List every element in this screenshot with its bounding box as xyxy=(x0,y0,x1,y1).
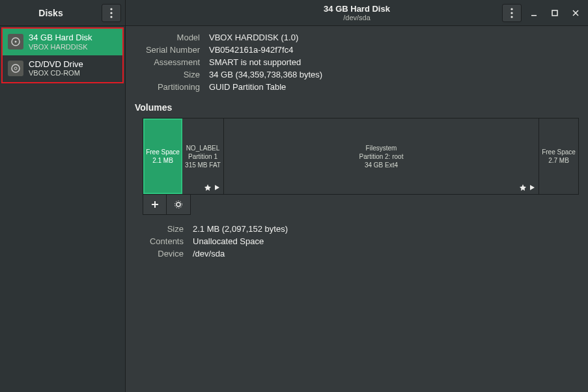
row-partitioning: Partitioning GUID Partition Table xyxy=(135,82,579,92)
close-button[interactable] xyxy=(567,5,584,21)
disk-name: CD/DVD Drive xyxy=(29,59,83,70)
value-size: 34 GB (34,359,738,368 bytes) xyxy=(209,70,322,79)
svg-point-21 xyxy=(175,201,182,208)
volume-label-line: 2.7 MB xyxy=(548,156,569,165)
volume-segment[interactable]: NO_LABELPartition 1315 MB FAT xyxy=(182,119,224,194)
volume-label-line: 315 MB FAT xyxy=(185,161,221,169)
content: Model VBOX HARDDISK (1.0) Serial Number … xyxy=(126,26,588,392)
sidebar-header: Disks xyxy=(0,0,125,26)
svg-marker-17 xyxy=(530,185,535,190)
svg-marker-15 xyxy=(215,185,219,190)
volume-label-line: Free Space xyxy=(542,148,576,156)
label-model: Model xyxy=(135,33,200,42)
disk-sub: VBOX HARDDISK xyxy=(29,43,92,51)
volume-status-icons xyxy=(519,184,536,191)
minimize-button[interactable] xyxy=(525,5,542,21)
volume-segment[interactable]: FilesystemPartition 2: root34 GB Ext4 xyxy=(224,119,539,194)
value-sel-contents: Unallocated Space xyxy=(193,236,264,246)
svg-point-7 xyxy=(511,8,512,10)
svg-rect-11 xyxy=(552,10,557,16)
disk-item-harddisk[interactable]: 34 GB Hard Disk VBOX HARDDISK xyxy=(3,29,122,55)
value-sel-device: /dev/sda xyxy=(193,249,225,259)
value-model: VBOX HARDDISK (1.0) xyxy=(209,33,298,42)
row-size: Size 34 GB (34,359,738,368 bytes) xyxy=(135,70,579,79)
svg-point-5 xyxy=(12,64,20,72)
minimize-icon xyxy=(530,9,538,17)
volume-status-icons xyxy=(204,184,221,191)
app-window: Disks 34 GB Hard Disk VBOX HARDDISK xyxy=(0,0,588,392)
main-panel: 34 GB Hard Disk /dev/sda Mode xyxy=(126,0,588,392)
gear-icon xyxy=(174,200,183,209)
svg-point-2 xyxy=(110,16,112,18)
cd-icon xyxy=(8,61,23,76)
sidebar: Disks 34 GB Hard Disk VBOX HARDDISK xyxy=(0,0,126,392)
close-icon xyxy=(572,9,580,17)
maximize-icon xyxy=(551,9,559,17)
volume-label-line: Partition 1 xyxy=(188,152,217,161)
svg-marker-16 xyxy=(520,184,526,191)
volume-segment[interactable]: Free Space2.7 MB xyxy=(539,119,578,194)
label-sel-device: Device xyxy=(135,249,184,259)
label-assessment: Assessment xyxy=(135,57,200,67)
label-size: Size xyxy=(135,70,200,79)
value-serial: VB0542161a-942f7fc4 xyxy=(209,45,293,55)
label-sel-size: Size xyxy=(135,224,184,234)
svg-marker-14 xyxy=(204,184,211,191)
drive-menu-button[interactable] xyxy=(502,4,522,22)
plus-icon xyxy=(150,200,160,209)
svg-point-20 xyxy=(176,203,180,206)
label-serial: Serial Number xyxy=(135,45,200,55)
volume-segment[interactable]: Free Space2.1 MB xyxy=(143,119,182,194)
volume-label-line: 34 GB Ext4 xyxy=(365,161,398,169)
volume-label-line: 2.1 MB xyxy=(152,156,173,165)
row-sel-device: Device /dev/sda xyxy=(135,249,579,259)
svg-point-9 xyxy=(511,16,512,18)
svg-point-4 xyxy=(15,41,17,43)
sidebar-title: Disks xyxy=(0,8,102,18)
value-assessment: SMART is not supported xyxy=(209,57,301,67)
create-partition-button[interactable] xyxy=(143,195,167,214)
row-sel-contents: Contents Unallocated Space xyxy=(135,236,579,246)
svg-rect-10 xyxy=(531,15,537,16)
label-partitioning: Partitioning xyxy=(135,82,200,92)
svg-point-6 xyxy=(14,67,17,70)
play-icon xyxy=(213,184,221,191)
harddisk-icon xyxy=(8,34,23,49)
disk-list: 34 GB Hard Disk VBOX HARDDISK CD/DVD Dri… xyxy=(1,27,124,83)
disk-item-cddvd[interactable]: CD/DVD Drive VBOX CD-ROM xyxy=(3,55,122,82)
disk-name: 34 GB Hard Disk xyxy=(29,33,92,43)
title-controls xyxy=(502,4,588,22)
row-sel-size: Size 2.1 MB (2,097,152 bytes) xyxy=(135,224,579,234)
volume-label-line: Partition 2: root xyxy=(359,152,404,161)
selection-details: Size 2.1 MB (2,097,152 bytes) Contents U… xyxy=(135,224,579,259)
volumes-bar: Free Space2.1 MBNO_LABELPartition 1315 M… xyxy=(143,118,579,195)
maximize-button[interactable] xyxy=(546,5,563,21)
svg-point-1 xyxy=(110,12,112,14)
svg-point-0 xyxy=(110,8,112,10)
value-partitioning: GUID Partition Table xyxy=(209,82,286,92)
kebab-icon xyxy=(110,8,113,18)
volume-label-line: Free Space xyxy=(146,148,180,156)
volume-label-line: NO_LABEL xyxy=(186,144,220,152)
volume-label-line: Filesystem xyxy=(366,144,397,152)
titlebar: 34 GB Hard Disk /dev/sda xyxy=(126,0,588,26)
label-sel-contents: Contents xyxy=(135,236,184,246)
svg-point-8 xyxy=(511,12,512,14)
volume-settings-button[interactable] xyxy=(167,195,190,214)
row-model: Model VBOX HARDDISK (1.0) xyxy=(135,33,579,42)
kebab-icon xyxy=(511,8,513,18)
sidebar-menu-button[interactable] xyxy=(102,4,121,22)
disk-sub: VBOX CD-ROM xyxy=(29,69,83,77)
star-icon xyxy=(204,184,212,191)
row-assessment: Assessment SMART is not supported xyxy=(135,57,579,67)
play-icon xyxy=(528,184,536,191)
volume-actions xyxy=(143,195,191,215)
value-sel-size: 2.1 MB (2,097,152 bytes) xyxy=(193,224,288,234)
star-icon xyxy=(519,184,527,191)
volumes-heading: Volumes xyxy=(135,102,579,113)
row-serial: Serial Number VB0542161a-942f7fc4 xyxy=(135,45,579,55)
